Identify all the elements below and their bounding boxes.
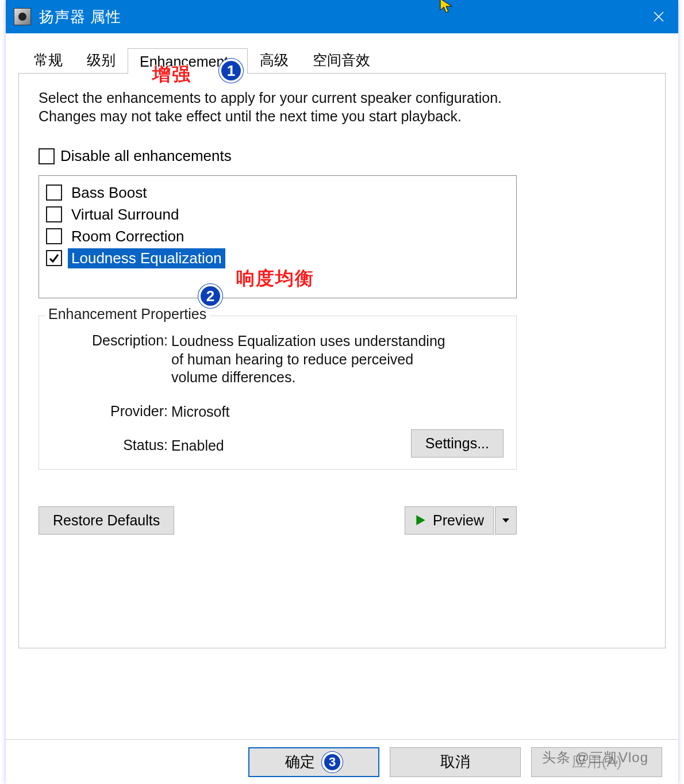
- list-item: Virtual Surround: [46, 203, 509, 225]
- annotation-label-2: 响度均衡: [236, 266, 314, 291]
- annotation-badge-3: 3: [322, 752, 343, 773]
- close-button[interactable]: [643, 1, 675, 33]
- speaker-icon: [14, 8, 31, 25]
- tab-levels[interactable]: 级别: [75, 45, 128, 73]
- close-icon: [653, 11, 664, 22]
- window-frame: 扬声器 属性 常规 级别 Enhancements 高级 空间音效 Select…: [6, 0, 678, 784]
- disable-all-label: Disable all enhancements: [60, 147, 232, 165]
- bass-boost-label[interactable]: Bass Boost: [68, 183, 151, 203]
- bass-boost-checkbox[interactable]: [46, 185, 62, 201]
- status-value: Enabled: [171, 437, 447, 455]
- client-area: 常规 级别 Enhancements 高级 空间音效 Select the en…: [6, 33, 678, 784]
- provider-value: Microsoft: [171, 403, 447, 421]
- loudness-equalization-label[interactable]: Loudness Equalization: [68, 248, 225, 268]
- disable-all-checkbox[interactable]: [39, 148, 55, 164]
- restore-defaults-button[interactable]: Restore Defaults: [39, 506, 174, 535]
- room-correction-checkbox[interactable]: [46, 228, 62, 244]
- tab-general[interactable]: 常规: [22, 45, 75, 73]
- group-title: Enhancement Properties: [45, 306, 210, 322]
- preview-button[interactable]: Preview: [405, 506, 494, 535]
- list-item: Room Correction: [46, 225, 509, 247]
- play-icon: [414, 514, 427, 526]
- window-title: 扬声器 属性: [39, 7, 121, 27]
- room-correction-label[interactable]: Room Correction: [68, 226, 188, 247]
- annotation-badge-2: 2: [198, 284, 222, 308]
- enhancement-properties-group: Enhancement Properties Description: Loud…: [39, 316, 517, 470]
- titlebar: 扬声器 属性: [6, 0, 678, 33]
- description-label: Description:: [53, 332, 168, 349]
- annotation-label-1: 增强: [152, 62, 191, 87]
- mouse-cursor-icon: [439, 0, 454, 16]
- tab-strip: 常规 级别 Enhancements 高级 空间音效: [18, 48, 666, 74]
- chevron-down-icon: [501, 516, 510, 525]
- preview-dropdown-button[interactable]: [495, 506, 517, 535]
- watermark-text: 头条 @三凯Vlog: [542, 748, 648, 767]
- tab-page-enhancements: Select the enhancements to apply for you…: [18, 74, 666, 648]
- preview-label: Preview: [433, 512, 484, 529]
- description-value: Loudness Equalization uses understanding…: [171, 332, 447, 387]
- virtual-surround-checkbox[interactable]: [46, 206, 62, 222]
- list-item: Bass Boost: [46, 182, 509, 203]
- settings-button[interactable]: Settings...: [411, 429, 504, 458]
- tab-advanced[interactable]: 高级: [248, 45, 301, 73]
- tab-spatial[interactable]: 空间音效: [301, 45, 382, 73]
- ok-button[interactable]: 确定 3: [248, 747, 379, 777]
- ok-label: 确定: [285, 752, 315, 772]
- status-label: Status:: [53, 437, 168, 454]
- annotation-badge-1: 1: [219, 59, 243, 83]
- provider-label: Provider:: [53, 403, 168, 420]
- intro-text: Select the enhancements to apply for you…: [39, 89, 527, 125]
- virtual-surround-label[interactable]: Virtual Surround: [68, 205, 182, 225]
- loudness-equalization-checkbox[interactable]: [46, 250, 62, 266]
- cancel-button[interactable]: 取消: [390, 747, 521, 777]
